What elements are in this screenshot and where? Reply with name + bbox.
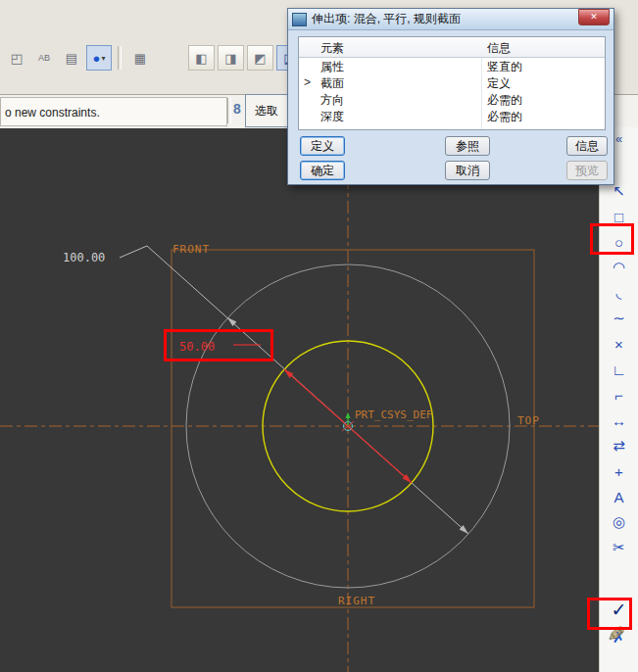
display-style-glyph: ● <box>93 51 101 66</box>
row-info: 必需的 <box>487 109 522 125</box>
datum-plane-glyph: ◧ <box>195 51 207 66</box>
annotation-box-dimension <box>164 329 273 361</box>
dimension-tool[interactable]: ↔ <box>600 408 638 433</box>
use-edge-tool[interactable]: ⌐ <box>600 382 638 408</box>
csys-tool[interactable]: ∟ <box>600 357 638 382</box>
sketcher-toolbar: « ↖ □ ○ ◠ ◟ ∼ × ∟ ⌐ ↔ ⇄ + A ◎ ✂ ✓ ✗ <box>599 127 638 672</box>
message-box: o new constraints. <box>0 97 227 126</box>
annotation-box-circle-tool <box>590 223 634 255</box>
row-info: 定义 <box>487 75 511 92</box>
right-datum-label[interactable]: RIGHT <box>338 595 375 607</box>
display-style-button[interactable]: ● ▾ <box>86 45 112 71</box>
element-table[interactable]: 元素 信息 属性 竖直的 > 截面 定义 方向 必需的 深度 必需的 <box>298 36 606 130</box>
datum-axis-toggle[interactable]: ◨ <box>218 45 244 71</box>
close-button[interactable]: ✕ <box>578 9 610 25</box>
image-glyph: ▦ <box>134 51 146 66</box>
point-tool[interactable]: × <box>600 331 638 357</box>
top-datum-label[interactable]: TOP <box>517 414 540 427</box>
sketch-plane-icon[interactable]: ◰ <box>4 45 29 71</box>
layers-icon[interactable]: ▤ <box>59 45 84 71</box>
selection-filter-icon[interactable]: 8 <box>233 101 241 117</box>
datum-point-toggle[interactable]: ◩ <box>247 45 273 71</box>
dialog-icon <box>292 13 307 26</box>
table-row[interactable]: 深度 必需的 <box>299 108 605 124</box>
datum-axis-glyph: ◨ <box>224 51 236 66</box>
arc-tool[interactable]: ◠ <box>600 255 638 280</box>
define-button[interactable]: 定义 <box>300 136 345 156</box>
sketch-plane-glyph: ◰ <box>11 51 23 66</box>
text-tool[interactable]: A <box>600 484 638 509</box>
datum-plane-toggle[interactable]: ◧ <box>188 45 215 71</box>
row-info: 竖直的 <box>487 59 522 75</box>
cancel-button[interactable]: 取消 <box>445 161 490 180</box>
ok-button[interactable]: 确定 <box>300 161 345 180</box>
csys-label[interactable]: PRT_CSYS_DEF <box>355 408 432 421</box>
row-element: 截面 <box>320 75 344 92</box>
constraint-tool[interactable]: + <box>600 458 638 484</box>
modify-tool[interactable]: ⇄ <box>600 433 638 458</box>
trim-tool[interactable]: ✂ <box>600 535 638 560</box>
column-header-info[interactable]: 信息 <box>487 40 511 57</box>
row-element: 方向 <box>320 92 344 109</box>
toolbar-collapse-icon[interactable]: « <box>615 127 622 151</box>
annotation-glyph: AB <box>38 53 50 63</box>
select-dialog: 选取 <box>245 94 290 127</box>
refs-button[interactable]: 参照 <box>445 136 490 156</box>
table-header: 元素 信息 <box>299 37 605 58</box>
sketch-plane-border[interactable] <box>172 250 534 607</box>
table-row[interactable]: 属性 竖直的 <box>299 58 605 74</box>
outer-diameter-dimension[interactable]: 100.00 <box>63 251 105 264</box>
toolbar-icon-row: ◰ AB ▤ ● ▾ ▦ ◧ ◨ ◩ ◪ ▣ <box>4 45 332 71</box>
chevron-down-icon[interactable]: ▾ <box>101 54 105 63</box>
status-message: o new constraints. <box>5 106 100 120</box>
table-row[interactable]: 方向 必需的 <box>299 91 605 108</box>
palette-tool[interactable]: ◎ <box>600 509 638 535</box>
table-row[interactable]: > 截面 定义 <box>299 74 605 91</box>
select-dialog-title: 选取 <box>255 103 278 120</box>
element-dialog: 伸出项: 混合, 平行, 规则截面 ✕ 元素 信息 属性 竖直的 > 截面 定义… <box>287 8 614 185</box>
info-button[interactable]: 信息 <box>566 136 608 156</box>
annotation-box-done-button <box>587 598 632 630</box>
sketch-canvas[interactable]: 100.00 50.00 FRONT TOP RIGHT PRT_CSYS_DE… <box>0 127 638 672</box>
column-header-element[interactable]: 元素 <box>320 40 344 57</box>
annotation-icon[interactable]: AB <box>31 45 57 71</box>
fillet-tool[interactable]: ◟ <box>600 280 638 306</box>
outer-dim-leader <box>120 246 147 258</box>
row-marker: > <box>304 75 318 89</box>
csys-y-arrow <box>346 412 351 418</box>
image-icon[interactable]: ▦ <box>127 45 153 71</box>
layers-glyph: ▤ <box>66 51 77 66</box>
message-separator <box>227 98 231 123</box>
spline-tool[interactable]: ∼ <box>600 306 638 331</box>
row-element: 深度 <box>320 109 344 125</box>
dialog-title: 伸出项: 混合, 平行, 规则截面 <box>312 11 461 27</box>
row-info: 必需的 <box>487 92 522 109</box>
toolbar-separator <box>118 46 122 70</box>
datum-point-glyph: ◩ <box>254 51 266 66</box>
dialog-titlebar[interactable]: 伸出项: 混合, 平行, 规则截面 ✕ <box>288 9 613 30</box>
front-datum-label[interactable]: FRONT <box>172 243 210 256</box>
preview-button[interactable]: 预览 <box>566 161 608 180</box>
row-element: 属性 <box>320 59 344 75</box>
